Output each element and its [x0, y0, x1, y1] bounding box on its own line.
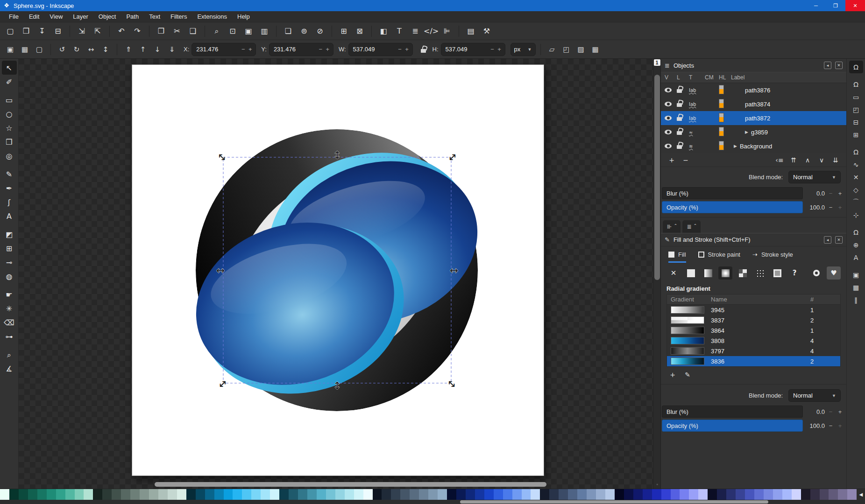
palette-swatch-35[interactable] [326, 489, 335, 500]
opacity-slider[interactable]: Opacity (%) [662, 201, 803, 213]
snap-bounding-box-button[interactable]: Ω [849, 78, 863, 91]
fill-stroke-dialog-button[interactable]: ◧ [376, 24, 391, 38]
palette-swatch-10[interactable] [93, 489, 102, 500]
align-distribute-tab[interactable]: ⊪ˆ [663, 220, 681, 233]
document-page[interactable]: ↔ ↔ ↔ ↔ ↕ ↕ ↔ ↔ [132, 65, 544, 476]
object-row[interactable]: Iabpath3872 [661, 111, 846, 125]
menu-file[interactable]: File [4, 11, 24, 22]
palette-swatch-29[interactable] [270, 489, 279, 500]
snap-others-button[interactable]: Ω [849, 226, 863, 238]
palette-swatch-14[interactable] [130, 489, 140, 500]
snap-guides-button[interactable]: ∥ [849, 294, 863, 306]
palette-swatch-7[interactable] [65, 489, 75, 500]
bucket-tool[interactable]: ◍ [2, 269, 17, 283]
unlink-clone-button[interactable]: ⊘ [312, 24, 327, 38]
collapse-all-button[interactable]: ‹≡ [773, 154, 786, 166]
create-clone-button[interactable]: ⊚ [297, 24, 312, 38]
h-decrement-button[interactable]: − [489, 46, 496, 53]
palette-swatch-63[interactable] [587, 489, 596, 500]
menu-help[interactable]: Help [232, 11, 255, 22]
palette-swatch-55[interactable] [512, 489, 522, 500]
palette-swatch-18[interactable] [168, 489, 177, 500]
node-tool[interactable]: ✐ [2, 75, 17, 89]
blur-increment-button[interactable]: + [837, 408, 844, 415]
zoom-page-button[interactable]: ▣ [241, 24, 256, 38]
undo-button[interactable]: ↶ [114, 24, 129, 38]
visibility-toggle-icon[interactable] [665, 87, 677, 94]
tab-stroke-paint[interactable]: Stroke paint [698, 251, 740, 263]
h-input[interactable]: 537.049 − + [441, 43, 505, 56]
object-label-cell[interactable]: ▶Background [731, 139, 846, 153]
lock-toggle-icon[interactable] [677, 114, 689, 122]
horizontal-scrollbar[interactable] [19, 482, 653, 488]
flip-vertical-button[interactable]: ↕ [99, 43, 112, 56]
blur-decrement-button[interactable]: − [827, 408, 834, 415]
palette-swatch-20[interactable] [186, 489, 196, 500]
object-label-cell[interactable]: ▶g3859 [731, 125, 846, 139]
menu-path[interactable]: Path [121, 11, 144, 22]
paint-radial-gradient-button[interactable] [718, 266, 732, 280]
palette-swatch-82[interactable] [764, 489, 773, 500]
blur-slider[interactable]: Blur (%) [662, 187, 803, 199]
undock-panel-icon[interactable]: ◂ [824, 62, 831, 69]
palette-swatch-17[interactable] [158, 489, 168, 500]
palette-swatch-78[interactable] [726, 489, 736, 500]
palette-swatch-38[interactable] [354, 489, 363, 500]
palette-swatch-3[interactable] [28, 489, 37, 500]
opacity-slider[interactable]: Opacity (%) [662, 420, 803, 432]
opacity-decrement-button[interactable]: − [827, 422, 834, 429]
export-document-button[interactable]: ⇱ [90, 24, 105, 38]
move-down-button[interactable]: ∨ [815, 154, 828, 166]
palette-swatch-37[interactable] [345, 489, 354, 500]
star-tool[interactable]: ☆ [2, 121, 17, 135]
snap-paths-button[interactable]: ∿ [849, 158, 863, 171]
move-to-top-button[interactable]: ⇈ [787, 154, 800, 166]
x-input[interactable]: 231.476 − + [191, 43, 256, 56]
palette-swatch-16[interactable] [149, 489, 158, 500]
palette-swatch-90[interactable] [838, 489, 847, 500]
mesh-tool[interactable]: ⊞ [2, 241, 17, 255]
palette-swatch-32[interactable] [298, 489, 307, 500]
palette-swatch-30[interactable] [279, 489, 289, 500]
palette-swatch-36[interactable] [335, 489, 345, 500]
gradient-row[interactable]: 37974 [667, 346, 840, 356]
zoom-page-width-button[interactable]: ▥ [257, 24, 272, 38]
palette-swatch-76[interactable] [708, 489, 717, 500]
menu-view[interactable]: View [44, 11, 68, 22]
object-label-cell[interactable]: path3876 [731, 83, 846, 97]
redo-button[interactable]: ↷ [130, 24, 145, 38]
duplicate-button[interactable]: ❏ [281, 24, 296, 38]
snap-bbox-edge-midpoints-button[interactable]: ⊟ [849, 116, 863, 128]
gradient-row[interactable]: 38084 [667, 336, 840, 346]
sticky-zoom-button[interactable]: ▫ [654, 481, 660, 488]
snap-bbox-centers-button[interactable]: ⊞ [849, 128, 863, 141]
palette-swatch-23[interactable] [214, 489, 224, 500]
palette-swatch-71[interactable] [661, 489, 671, 500]
palette-swatch-24[interactable] [224, 489, 233, 500]
rotate-ccw-button[interactable]: ↺ [56, 43, 69, 56]
palette-swatch-12[interactable] [112, 489, 121, 500]
palette-swatch-87[interactable] [810, 489, 820, 500]
palette-swatch-68[interactable] [633, 489, 643, 500]
gradient-row[interactable]: 38372 [667, 315, 840, 325]
minimize-button[interactable]: ─ [806, 0, 826, 11]
paint-flat-button[interactable] [684, 266, 698, 280]
highlight-color-cell[interactable] [719, 141, 731, 152]
expander-icon[interactable]: ▶ [745, 130, 748, 134]
copy-button[interactable]: ❐ [154, 24, 169, 38]
snap-path-intersections-button[interactable]: ✕ [849, 171, 863, 183]
flip-horizontal-button[interactable]: ↔ [85, 43, 98, 56]
x-decrement-button[interactable]: − [240, 46, 247, 53]
palette-swatch-91[interactable] [847, 489, 857, 500]
selector-tool[interactable]: ↖ [2, 61, 17, 75]
ellipse-tool[interactable]: ○ [2, 107, 17, 121]
open-document-button[interactable]: ❒ [19, 24, 34, 38]
palette-swatch-19[interactable] [177, 489, 186, 500]
preferences-button[interactable]: ⚒ [479, 24, 494, 38]
blend-mode-dropdown[interactable]: Normal ▼ [788, 389, 841, 402]
palette-swatch-26[interactable] [242, 489, 251, 500]
ungroup-objects-button[interactable]: ⊠ [352, 24, 367, 38]
add-object-button[interactable]: + [666, 154, 678, 166]
palette-swatch-8[interactable] [75, 489, 84, 500]
align-distribute-dialog-button[interactable]: ⊫ [440, 24, 454, 38]
